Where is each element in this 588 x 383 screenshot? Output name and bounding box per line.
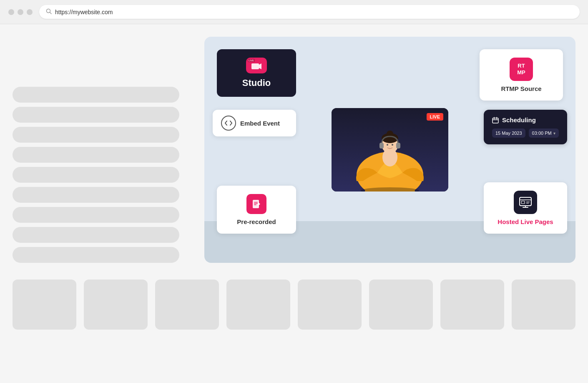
studio-card[interactable]: LIVE Studio (217, 49, 296, 97)
thumb-1 (13, 280, 76, 330)
main-content: LIVE Studio Embed Event (0, 24, 588, 271)
browser-bar: https://mywebsite.com (0, 0, 588, 24)
scheduling-date: 15 May 2023 (495, 131, 522, 136)
svg-rect-16 (521, 201, 525, 204)
character-illustration (332, 108, 448, 192)
prerecorded-icon (246, 194, 266, 214)
sidebar-placeholder-4 (13, 147, 179, 163)
rtmp-card[interactable]: RTMP RTMP Source (480, 49, 563, 101)
scheduling-header: Scheduling (492, 116, 559, 123)
scheduling-title: Scheduling (502, 116, 536, 123)
scheduling-time: 03:00 PM (532, 131, 552, 136)
svg-rect-7 (254, 204, 256, 205)
prerecorded-card[interactable]: Pre-recorded (217, 186, 296, 234)
monitor-screen: LIVE (332, 108, 448, 192)
svg-point-28 (387, 144, 388, 146)
sidebar (13, 37, 192, 263)
svg-marker-3 (259, 63, 261, 69)
studio-icon: LIVE (246, 58, 267, 73)
svg-rect-5 (254, 202, 258, 203)
sidebar-placeholder-5 (13, 167, 179, 183)
rtmp-icon: RTMP (510, 58, 533, 81)
dot-3 (27, 9, 33, 15)
sidebar-placeholder-2 (13, 107, 179, 123)
sidebar-placeholder-8 (13, 227, 179, 243)
sidebar-placeholder-6 (13, 187, 179, 203)
browser-dots (8, 9, 33, 15)
bottom-thumbnails (0, 271, 588, 338)
thumb-3 (155, 280, 219, 330)
dot-1 (8, 9, 14, 15)
monitor-container: LIVE (332, 108, 448, 192)
scheduling-date-field[interactable]: 15 May 2023 (492, 129, 525, 138)
sidebar-placeholder-7 (13, 207, 179, 223)
thumb-2 (84, 280, 148, 330)
rtmp-title: RTMP Source (492, 85, 550, 92)
thumb-7 (440, 280, 504, 330)
svg-rect-26 (379, 143, 384, 149)
sidebar-placeholder-3 (13, 127, 179, 143)
svg-rect-4 (253, 200, 259, 208)
thumb-8 (512, 280, 575, 330)
embed-card[interactable]: Embed Event (213, 110, 296, 136)
svg-point-29 (392, 144, 393, 146)
thumb-4 (226, 280, 290, 330)
svg-rect-8 (493, 118, 498, 123)
scheduling-card[interactable]: Scheduling 15 May 2023 03:00 PM ▾ (484, 110, 567, 144)
scheduling-fields: 15 May 2023 03:00 PM ▾ (492, 129, 559, 138)
live-badge: LIVE (427, 113, 443, 121)
hosted-icon (514, 191, 537, 214)
thumb-6 (369, 280, 433, 330)
embed-icon (221, 116, 236, 131)
live-label: LIVE (248, 59, 255, 62)
scheduling-time-field[interactable]: 03:00 PM ▾ (529, 129, 559, 138)
sidebar-placeholder-9 (13, 247, 179, 263)
studio-title: Studio (229, 78, 284, 88)
svg-rect-6 (254, 203, 258, 204)
thumb-5 (298, 280, 362, 330)
dot-2 (18, 9, 23, 15)
svg-rect-2 (251, 63, 259, 69)
time-chevron: ▾ (553, 131, 555, 136)
svg-rect-27 (396, 143, 400, 149)
illustration-area: LIVE Studio Embed Event (204, 37, 575, 263)
url-text: https://mywebsite.com (55, 9, 113, 15)
embed-label: Embed Event (240, 120, 280, 127)
address-bar[interactable]: https://mywebsite.com (39, 5, 580, 19)
search-icon (46, 8, 52, 15)
svg-line-1 (50, 13, 52, 14)
prerecorded-title: Pre-recorded (229, 218, 284, 225)
sidebar-placeholder-1 (13, 87, 179, 103)
hosted-title: Hosted Live Pages (496, 218, 555, 225)
hosted-live-pages-card[interactable]: Hosted Live Pages (484, 182, 567, 234)
